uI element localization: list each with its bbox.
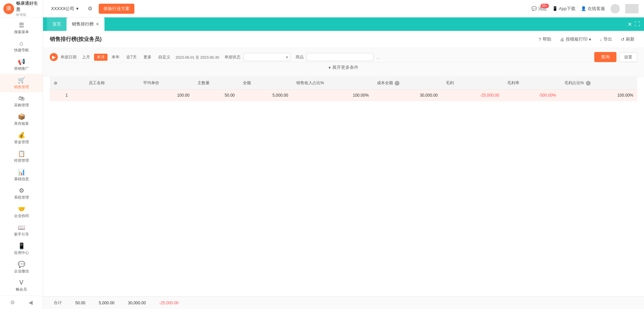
sidebar-icon: ☰	[19, 21, 24, 29]
sidebar-item-快捷导航[interactable]: ⌂快捷导航	[0, 37, 43, 55]
help-button[interactable]: ? 帮助	[536, 35, 554, 44]
row-rank: 1	[61, 90, 85, 101]
row-sales-pct: 100.00%	[292, 90, 373, 101]
topbar-right: 💬 消息 99+ 📱 App下载 👤 在线客服	[531, 4, 639, 13]
sidebar-item-应用中心[interactable]: 📱应用中心	[0, 240, 43, 258]
query-button[interactable]: 查询	[594, 52, 616, 62]
sidebar-label: 资金管理	[14, 140, 29, 145]
refresh-button[interactable]: ↺ 刷新	[618, 35, 637, 44]
print-dropdown-icon: ▾	[589, 37, 591, 42]
row-profit-pct: 100.00%	[560, 90, 637, 101]
filter-arrow[interactable]: ▶	[50, 53, 58, 61]
sidebar-item-资金管理[interactable]: 💰资金管理	[0, 129, 43, 147]
settings-action-button[interactable]: 设置	[619, 52, 637, 62]
sidebar-footer-设置[interactable]: ⚙	[10, 299, 15, 306]
col-amount: 全额	[239, 77, 292, 90]
sidebar-menu: ☰搜索菜单⌂快捷导航📢营销推广🛒销售管理🛍采购管理📦库存核算💰资金管理📋经营管理…	[0, 17, 43, 296]
app-download-button[interactable]: 📱 App下载	[552, 6, 575, 12]
tab-sales-rank[interactable]: 销售排行榜 ✕	[67, 17, 104, 31]
sidebar-item-基础信息[interactable]: 📊基础信息	[0, 166, 43, 184]
date-tab-prev-month[interactable]: 上月	[79, 54, 93, 61]
sidebar-item-搜索菜单[interactable]: ☰搜索菜单	[0, 19, 43, 37]
status-select[interactable]	[243, 53, 290, 61]
logo-text: 畅康通好生意 标准版	[16, 0, 39, 17]
fullscreen-icon[interactable]: ⛶	[635, 21, 640, 28]
cost-info-icon[interactable]: i	[395, 81, 399, 86]
table-wrap: ⚙ 员工名称 平均单价 主数量 全额 销售收入占比% 成本全额 i 毛利 毛利率…	[43, 77, 644, 296]
ellipsis-button[interactable]: ...	[376, 55, 380, 60]
sidebar-icon: V	[19, 279, 23, 286]
row-gear	[50, 90, 61, 101]
date-tab-this-month[interactable]: 本月	[94, 54, 108, 61]
status-filter-group: 单据状态	[224, 53, 290, 61]
sidebar-label: 企业微信	[14, 269, 29, 274]
main-content: XXXXX公司 ▾ ⚙ 体验行业方案 💬 消息 99+ 📱 App下载 👤 在线…	[43, 0, 644, 309]
trial-button[interactable]: 体验行业方案	[99, 4, 134, 14]
sidebar-item-库存核算[interactable]: 📦库存核算	[0, 110, 43, 129]
footer-quantity: 50.00	[75, 301, 85, 305]
online-service-button[interactable]: 👤 在线客服	[581, 6, 605, 12]
sidebar-item-采购管理[interactable]: 🛍采购管理	[0, 92, 43, 110]
table-header-row: ⚙ 员工名称 平均单价 主数量 全额 销售收入占比% 成本全额 i 毛利 毛利率…	[50, 77, 637, 90]
tab-home-label: 首页	[52, 21, 61, 27]
message-badge: 99+	[541, 4, 549, 8]
sidebar-icon: ⌂	[19, 40, 23, 47]
sidebar: 康 畅康通好生意 标准版 ☰搜索菜单⌂快捷导航📢营销推广🛒销售管理🛍采购管理📦库…	[0, 0, 43, 309]
sidebar-item-新手引导[interactable]: 📖新手引导	[0, 221, 43, 240]
help-icon: ?	[539, 37, 541, 42]
company-selector[interactable]: XXXXX公司 ▾	[48, 4, 81, 13]
goods-input[interactable]	[306, 53, 374, 61]
export-button[interactable]: ↓ 导出	[597, 35, 615, 44]
date-tab-this-year[interactable]: 本年	[109, 54, 122, 61]
date-tab-7days[interactable]: 近7天	[124, 54, 139, 61]
user-name	[625, 4, 639, 13]
expand-more-button[interactable]: ▾ 展开更多条件	[50, 62, 637, 72]
col-rank	[61, 77, 85, 90]
sidebar-item-企业微信[interactable]: 💬企业微信	[0, 258, 43, 276]
sidebar-label: 采购管理	[14, 103, 29, 108]
col-gear[interactable]: ⚙	[50, 77, 61, 90]
row-profit: -25,000.00	[442, 90, 503, 101]
col-profit-rate: 毛利率	[503, 77, 560, 90]
date-tab-custom[interactable]: 自定义	[156, 54, 173, 61]
page-inner: 销售排行榜(按业务员) ? 帮助 🖨 按模板打印 ▾ ↓ 导出	[43, 31, 644, 309]
row-avg-price: 100.00	[139, 90, 194, 101]
sidebar-item-经营管理[interactable]: 📋经营管理	[0, 147, 43, 166]
sidebar-item-销售管理[interactable]: 🛒销售管理	[0, 74, 43, 92]
filter-area: ▶ 单据日期 上月 本月 本年 近7天 更多 自定义 2023-06-01 至 …	[43, 48, 644, 77]
dropdown-icon: ▾	[76, 6, 79, 11]
profit-pct-info-icon[interactable]: i	[586, 81, 591, 86]
sidebar-item-营销推广[interactable]: 📢营销推广	[0, 55, 43, 74]
sidebar-label: 畅会员	[16, 287, 27, 292]
sidebar-item-企业协同[interactable]: 🤝企业协同	[0, 203, 43, 221]
sidebar-label: 应用中心	[14, 250, 29, 255]
export-icon: ↓	[600, 37, 602, 42]
avatar[interactable]	[610, 4, 620, 13]
company-name: XXXXX公司	[51, 6, 74, 12]
goods-filter-group: 商品 ...	[296, 53, 380, 61]
date-range: 2023-06-01 至 2023-06-30	[176, 55, 219, 60]
print-button[interactable]: 🖨 按模板打印 ▾	[557, 35, 594, 44]
sidebar-footer: ⚙◀	[0, 296, 43, 309]
message-button[interactable]: 💬 消息 99+	[531, 6, 547, 12]
date-tab-more[interactable]: 更多	[141, 54, 154, 61]
row-name	[85, 90, 139, 101]
tab-bar: 首页 销售排行榜 ✕ ✕ ⛶	[43, 17, 644, 31]
goods-label: 商品	[296, 54, 304, 60]
sidebar-label: 系统管理	[14, 195, 29, 200]
status-select-wrap	[243, 53, 290, 61]
close-all-icon[interactable]: ✕	[628, 21, 632, 28]
tab-close-icon[interactable]: ✕	[96, 22, 99, 27]
tab-sales-rank-label: 销售排行榜	[72, 21, 94, 27]
col-quantity: 主数量	[194, 77, 239, 90]
sidebar-icon: 📋	[18, 150, 25, 157]
logo: 康 畅康通好生意 标准版	[0, 0, 43, 17]
sidebar-item-系统管理[interactable]: ⚙系统管理	[0, 184, 43, 203]
sidebar-item-畅会员[interactable]: V畅会员	[0, 276, 43, 295]
tab-home[interactable]: 首页	[47, 17, 67, 31]
sidebar-icon: 🤝	[18, 205, 25, 213]
footer-profit: -25,000.00	[159, 301, 178, 305]
table-row: 1 100.00 50.00 5,000.00 100.00% 30,000.0…	[50, 90, 637, 101]
sidebar-footer-收起[interactable]: ◀	[29, 299, 33, 306]
settings-button[interactable]: ⚙	[85, 4, 95, 13]
